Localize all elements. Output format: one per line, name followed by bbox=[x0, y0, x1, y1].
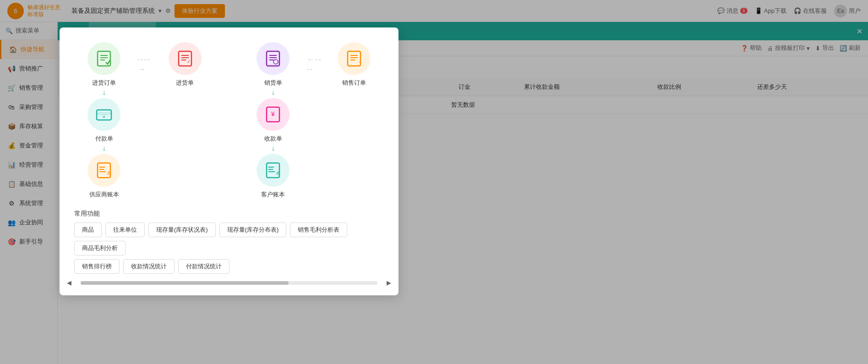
modal-content: 进货订单 ↓ ¥ 付款单 ↓ 本 bbox=[60, 27, 399, 274]
svg-text:→: → bbox=[357, 59, 361, 64]
h-arrow-1: - - - - → bbox=[134, 42, 155, 74]
sales-order-label: 销售订单 bbox=[342, 79, 366, 87]
flow-node-payment[interactable]: ¥ 付款单 bbox=[74, 98, 134, 143]
common-btn-product[interactable]: 商品 bbox=[74, 223, 102, 237]
receipt-label: 收款单 bbox=[264, 135, 282, 143]
common-btn-stock-status[interactable]: 现存量(库存状况表) bbox=[148, 223, 216, 237]
purchase-order-label: 进货订单 bbox=[92, 79, 116, 87]
common-functions-section: 常用功能 商品 往来单位 现存量(库存状况表) 现存量(库存分布表) 销售毛利分… bbox=[74, 210, 384, 274]
svg-text:¥: ¥ bbox=[102, 114, 105, 119]
flow-node-supplier-account[interactable]: 本 供应商账本 bbox=[74, 154, 134, 199]
h-arrow-2: ← - - - - bbox=[303, 42, 324, 74]
common-functions-title: 常用功能 bbox=[74, 210, 384, 218]
flow-node-purchase-bill[interactable]: ✓ 进货单 bbox=[155, 42, 215, 87]
sales-order-circle: → bbox=[338, 42, 371, 75]
payment-circle: ¥ bbox=[87, 98, 120, 131]
scroll-track-wrap bbox=[73, 281, 385, 285]
common-btn-stock-dist[interactable]: 现存量(库存分布表) bbox=[219, 223, 287, 237]
supplier-account-circle: 本 bbox=[87, 154, 120, 187]
modal-overlay[interactable]: 进货订单 ↓ ¥ 付款单 ↓ 本 bbox=[0, 0, 868, 364]
sales-bill-label: 销货单 bbox=[264, 79, 282, 87]
scroll-track bbox=[81, 281, 377, 285]
scroll-arrow-right-btn[interactable]: ▶ bbox=[387, 279, 391, 286]
common-btn-product-profit[interactable]: 商品毛利分析 bbox=[74, 241, 126, 255]
arrow-down-3: ↓ bbox=[102, 143, 106, 154]
common-btn-payment-stats[interactable]: 付款情况统计 bbox=[178, 259, 229, 274]
scroll-row: ◀ ▶ bbox=[60, 277, 399, 290]
sales-bill-circle bbox=[257, 42, 289, 75]
flow-node-sales-bill[interactable]: 销货单 bbox=[243, 42, 303, 87]
common-btn-sales-profit[interactable]: 销售毛利分析表 bbox=[290, 223, 347, 237]
customer-account-circle: 本 bbox=[257, 154, 289, 187]
common-btn-partner[interactable]: 往来单位 bbox=[105, 223, 145, 237]
purchase-order-circle bbox=[87, 42, 120, 75]
purchase-bill-label: 进货单 bbox=[176, 79, 194, 87]
svg-text:本: 本 bbox=[107, 171, 111, 176]
common-btn-sales-rank[interactable]: 销售排行榜 bbox=[74, 259, 120, 274]
flow-col-3: 销货单 ↓ ¥ 收款单 ↓ 本 bbox=[243, 42, 303, 199]
arrow-down-4: ↓ bbox=[271, 143, 275, 154]
payment-label: 付款单 bbox=[95, 135, 113, 143]
flow-col-4: → 销售订单 bbox=[324, 42, 384, 87]
svg-text:✓: ✓ bbox=[187, 59, 191, 64]
flow-node-receipt[interactable]: ¥ 收款单 bbox=[243, 98, 303, 143]
flow-col-2: ✓ 进货单 bbox=[155, 42, 215, 87]
customer-account-label: 客户账本 bbox=[261, 190, 285, 199]
common-buttons-row-2: 销售排行榜 收款情况统计 付款情况统计 bbox=[74, 259, 384, 274]
flow-node-purchase-order[interactable]: 进货订单 bbox=[74, 42, 134, 87]
arrow-down-2: ↓ bbox=[271, 87, 275, 98]
flow-col-1: 进货订单 ↓ ¥ 付款单 ↓ 本 bbox=[74, 42, 134, 199]
scroll-arrow-left-btn[interactable]: ◀ bbox=[67, 279, 71, 286]
scroll-thumb[interactable] bbox=[81, 281, 289, 285]
purchase-bill-circle: ✓ bbox=[169, 42, 202, 75]
svg-text:本: 本 bbox=[276, 171, 280, 176]
arrow-down-1: ↓ bbox=[102, 87, 106, 98]
flow-section: 进货订单 ↓ ¥ 付款单 ↓ 本 bbox=[74, 38, 384, 202]
flow-node-sales-order[interactable]: → 销售订单 bbox=[324, 42, 384, 87]
supplier-account-label: 供应商账本 bbox=[89, 190, 119, 199]
flow-node-customer-account[interactable]: 本 客户账本 bbox=[243, 154, 303, 199]
receipt-circle: ¥ bbox=[257, 98, 289, 131]
flow-row-1: 进货订单 ↓ ¥ 付款单 ↓ 本 bbox=[74, 38, 384, 202]
common-btn-receipt-stats[interactable]: 收款情况统计 bbox=[123, 259, 175, 274]
svg-text:¥: ¥ bbox=[271, 110, 275, 118]
common-buttons-row-1: 商品 往来单位 现存量(库存状况表) 现存量(库存分布表) 销售毛利分析表 商品… bbox=[74, 223, 384, 255]
svg-point-23 bbox=[273, 60, 278, 64]
modal-box: 进货订单 ↓ ¥ 付款单 ↓ 本 bbox=[60, 27, 399, 295]
